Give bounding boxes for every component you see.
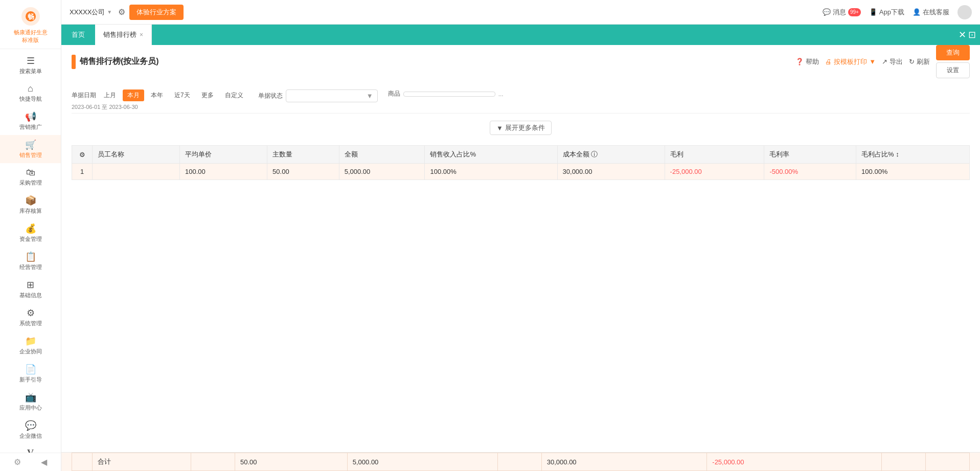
goods-select[interactable] [403, 92, 495, 97]
col-settings[interactable]: ⚙ [72, 146, 93, 164]
cell-avg-price: 100.00 [180, 164, 267, 180]
sidebar-item-marketing[interactable]: 📢 营销推广 [0, 107, 61, 135]
sales-icon: 🛒 [25, 139, 36, 150]
footer-sales-pct [497, 453, 541, 471]
tab-spacer [152, 25, 954, 45]
company-settings-icon[interactable]: ⚙ [118, 7, 125, 17]
cell-index: 1 [72, 164, 93, 180]
title-accent [72, 55, 76, 69]
status-select[interactable]: ▼ [286, 89, 378, 102]
sidebar-item-finance[interactable]: 💰 资金管理 [0, 219, 61, 247]
date-tab-year[interactable]: 本年 [146, 89, 168, 101]
filter-section: 销售排行榜(按业务员) ❓ 帮助 🖨 按模板打印 ▼ ↗ 导出 [61, 45, 980, 145]
sidebar-item-nav[interactable]: ⌂ 快捷导航 [0, 79, 61, 107]
status-filter-group: 单据状态 ▼ [258, 89, 378, 102]
action-btn-group: 查询 设置 [936, 45, 970, 78]
sidebar-item-label: 应用中心 [19, 404, 42, 412]
sidebar-item-management[interactable]: 📋 经营管理 [0, 247, 61, 275]
sidebar: 畅 畅康通好生意 标准版 ☰ 搜索菜单 ⌂ 快捷导航 📢 营销推广 🛒 销售管理… [0, 0, 61, 471]
cell-cost-amount: 30,000.00 [557, 164, 665, 180]
page-title: 销售排行榜(按业务员) [80, 56, 159, 67]
sidebar-item-enterprise[interactable]: 📁 企业协同 [0, 331, 61, 360]
more-fields-icon[interactable]: ... [498, 91, 504, 98]
date-tab-custom[interactable]: 自定义 [220, 89, 248, 101]
company-selector[interactable]: XXXXX公司 ▼ [70, 8, 112, 17]
sidebar-item-newuser[interactable]: 📄 新手引导 [0, 360, 61, 388]
inventory-icon: 📦 [25, 195, 36, 206]
col-gross-rate: 毛利率 [764, 146, 856, 164]
tab-maximize-icon[interactable]: ⊡ [968, 29, 976, 40]
sidebar-settings-icon[interactable]: ⚙ [14, 457, 21, 467]
refresh-button[interactable]: ↻ 刷新 [909, 57, 930, 66]
col-main-qty: 主数量 [267, 146, 339, 164]
export-label: 导出 [890, 57, 903, 66]
sidebar-item-label: 库存核算 [19, 207, 42, 215]
sidebar-item-search[interactable]: ☰ 搜索菜单 [0, 51, 61, 79]
sidebar-item-appcenter[interactable]: 📺 应用中心 [0, 388, 61, 416]
sidebar-item-member[interactable]: V 畅会员 [0, 444, 61, 453]
tab-home[interactable]: 首页 [61, 25, 95, 45]
expand-label: 展开更多条件 [505, 123, 545, 132]
expand-row: ▼ 展开更多条件 [72, 113, 970, 140]
tab-close-icon[interactable]: × [140, 31, 143, 38]
sidebar-item-wechat[interactable]: 💬 企业微信 [0, 416, 61, 444]
sidebar-item-basic-info[interactable]: ⊞ 基础信息 [0, 275, 61, 303]
user-avatar[interactable] [958, 5, 972, 19]
sidebar-item-sales[interactable]: 🛒 销售管理 [0, 135, 61, 163]
print-label: 按模板打印 [834, 57, 867, 66]
table-row: 1 100.00 50.00 5,000.00 100.00% 30,000.0… [72, 164, 970, 180]
sidebar-item-purchase[interactable]: 🛍 采购管理 [0, 163, 61, 191]
content-area: 销售排行榜(按业务员) ❓ 帮助 🖨 按模板打印 ▼ ↗ 导出 [61, 45, 980, 471]
message-label: 消息 [833, 8, 846, 17]
online-service-button[interactable]: 👤 在线客服 [913, 8, 949, 17]
footer-main-qty: 50.00 [235, 453, 348, 471]
footer-row: 合计 50.00 5,000.00 30,000.00 -25,000.00 [72, 453, 970, 471]
data-table: ⚙ 员工名称 平均单价 主数量 全额 销售收入占比% 成本全额 ⓘ 毛利 毛利率… [72, 145, 970, 180]
settings-button[interactable]: 设置 [936, 62, 970, 78]
trial-button[interactable]: 体验行业方案 [129, 5, 184, 20]
date-filter-group: 单据日期 上月 本月 本年 近7天 更多 自定义 2023-06-01 至 20… [72, 89, 248, 111]
home-icon: ⌂ [28, 83, 33, 94]
cell-gross-pct: 100.00% [856, 164, 970, 180]
sidebar-item-label: 基础信息 [19, 291, 42, 299]
print-button[interactable]: 🖨 按模板打印 ▼ [825, 57, 876, 66]
export-button[interactable]: ↗ 导出 [882, 57, 903, 66]
message-button[interactable]: 💬 消息 99+ [823, 8, 861, 17]
table-footer: 合计 50.00 5,000.00 30,000.00 -25,000.00 [61, 452, 980, 471]
sidebar-item-label: 企业协同 [19, 348, 42, 355]
cell-gross-rate: -500.00% [764, 164, 856, 180]
print-chevron-icon: ▼ [869, 58, 876, 65]
col-amount: 全额 [339, 146, 425, 164]
cell-name [93, 164, 180, 180]
download-icon: 📱 [869, 8, 877, 16]
tab-sales-ranking[interactable]: 销售排行榜 × [95, 25, 152, 45]
chevron-down-icon: ▼ [107, 9, 112, 15]
sidebar-collapse-icon[interactable]: ◀ [41, 457, 47, 467]
table-container: ⚙ 员工名称 平均单价 主数量 全额 销售收入占比% 成本全额 ⓘ 毛利 毛利率… [61, 145, 980, 180]
footer-table: 合计 50.00 5,000.00 30,000.00 -25,000.00 [72, 453, 970, 471]
app-download-button[interactable]: 📱 App下载 [869, 8, 904, 17]
date-tab-current[interactable]: 本月 [123, 89, 144, 101]
footer-gross-rate [881, 453, 925, 471]
search-menu-icon: ☰ [27, 55, 35, 66]
query-button[interactable]: 查询 [936, 45, 970, 60]
date-tab-prev[interactable]: 上月 [99, 89, 121, 101]
date-tab-7days[interactable]: 近7天 [170, 89, 195, 101]
sidebar-item-label: 新手引导 [19, 376, 42, 384]
sidebar-item-label: 采购管理 [19, 179, 42, 187]
expand-conditions-button[interactable]: ▼ 展开更多条件 [490, 121, 552, 135]
help-button[interactable]: ❓ 帮助 [795, 57, 819, 66]
sidebar-item-label: 快捷导航 [19, 95, 42, 103]
date-range-display: 2023-06-01 至 2023-06-30 [72, 103, 248, 111]
help-icon: ❓ [795, 58, 804, 65]
message-badge: 99+ [848, 8, 861, 16]
goods-filter-label: 商品 [388, 89, 400, 98]
sidebar-item-label: 资金管理 [19, 235, 42, 243]
sidebar-item-inventory[interactable]: 📦 库存核算 [0, 191, 61, 219]
topbar-right: 💬 消息 99+ 📱 App下载 👤 在线客服 [823, 5, 972, 19]
main-area: XXXXX公司 ▼ ⚙ 体验行业方案 💬 消息 99+ 📱 App下载 👤 在线… [61, 0, 980, 471]
date-tab-more[interactable]: 更多 [197, 89, 218, 101]
footer-avg-price [191, 453, 235, 471]
sidebar-item-system[interactable]: ⚙ 系统管理 [0, 303, 61, 331]
tab-close-window-icon[interactable]: ✕ [959, 29, 966, 40]
